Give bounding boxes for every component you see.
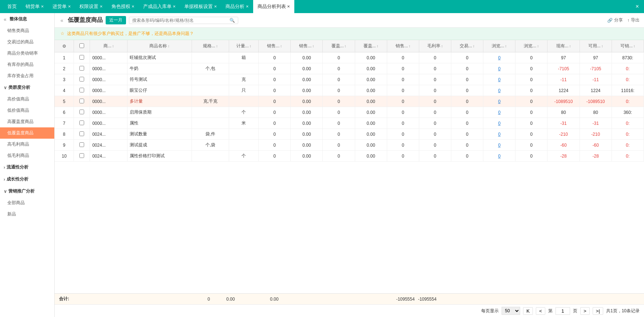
nav-sales[interactable]: 销货单 ×	[21, 0, 48, 13]
per-page-select[interactable]: 102050100	[502, 307, 520, 315]
sidebar-item-high-coverage[interactable]: 高覆盖度商品	[0, 116, 54, 127]
row-checkbox[interactable]	[74, 140, 90, 151]
data-table-container[interactable]: ⚙ 商...↕ 商品名称↕ 规格...↕ 计量...↕ 销售...↕ 销售...…	[55, 40, 644, 293]
nav-home[interactable]: 首页	[3, 0, 21, 13]
spec-column-header[interactable]: 规格...↕	[192, 40, 229, 52]
collapse-sidebar-icon[interactable]: «	[4, 16, 7, 22]
sidebar-item-low-value[interactable]: 低价值商品	[0, 105, 54, 116]
browse1-link[interactable]: 0	[498, 55, 500, 60]
nav-product-analysis-list[interactable]: 商品分析列表 ×	[253, 0, 294, 13]
first-page-button[interactable]: K	[523, 307, 533, 315]
sale-column-header[interactable]: 可销...↕	[612, 40, 644, 52]
sidebar-section-overall[interactable]: « 整体信息	[0, 13, 54, 25]
row-name[interactable]: 符号测试	[127, 74, 192, 85]
row-select-checkbox[interactable]	[79, 153, 84, 158]
row-b1[interactable]: 0	[483, 85, 515, 96]
browse1-column-header[interactable]: 浏览...↕	[483, 40, 515, 52]
nav-products-in[interactable]: 产成品入库单 ×	[139, 0, 180, 13]
last-page-button[interactable]: >|	[593, 307, 603, 315]
row-name[interactable]: 测试提成	[127, 140, 192, 151]
current-page-input[interactable]	[555, 307, 570, 315]
sidebar-collapse-button[interactable]: «	[59, 17, 65, 24]
row-name[interactable]: 牛奶	[127, 63, 192, 74]
row-b1[interactable]: 0	[483, 107, 515, 118]
row-name[interactable]: 眼宝公仔	[127, 85, 192, 96]
browse1-link[interactable]: 0	[498, 121, 500, 126]
unit-column-header[interactable]: 计量...↕	[229, 40, 259, 52]
browse1-link[interactable]: 0	[498, 132, 500, 137]
row-checkbox[interactable]	[74, 107, 90, 118]
sidebar-item-sales-products[interactable]: 销售类商品	[0, 25, 54, 36]
browse1-link[interactable]: 0	[498, 99, 500, 104]
row-select-checkbox[interactable]	[79, 55, 84, 60]
search-input[interactable]	[132, 18, 229, 23]
row-name[interactable]: 启用保质期	[127, 107, 192, 118]
gross-column-header[interactable]: 毛利率↕	[419, 40, 451, 52]
row-select-checkbox[interactable]	[79, 88, 84, 92]
sidebar-section-marketing[interactable]: ∨ 营销推广分析	[0, 185, 54, 197]
row-checkbox[interactable]	[74, 63, 90, 74]
row-select-checkbox[interactable]	[79, 142, 84, 147]
browse2-column-header[interactable]: 浏览...↕	[515, 40, 547, 52]
browse1-link[interactable]: 0	[498, 66, 500, 71]
name-column-header[interactable]: 商品名称↕	[127, 40, 192, 52]
row-name[interactable]: 旺辅批次测试	[127, 52, 192, 63]
browse1-link[interactable]: 0	[498, 88, 500, 93]
export-button[interactable]: ↑ 导出	[627, 17, 640, 23]
row-select-checkbox[interactable]	[79, 110, 84, 114]
sidebar-item-stocked-products[interactable]: 有库存的商品	[0, 59, 54, 70]
browse1-link[interactable]: 0	[498, 77, 500, 82]
row-name[interactable]: 测试数量	[127, 129, 192, 140]
sidebar-item-all-products[interactable]: 全部商品	[0, 197, 54, 209]
next-page-button[interactable]: >	[580, 307, 590, 315]
row-b1[interactable]: 0	[483, 74, 515, 85]
row-select-checkbox[interactable]	[79, 120, 84, 125]
sidebar-item-inventory-fund[interactable]: 库存资金占用	[0, 70, 54, 82]
row-b1[interactable]: 0	[483, 52, 515, 63]
row-checkbox[interactable]	[74, 52, 90, 63]
trade-column-header[interactable]: 交易...↕	[451, 40, 483, 52]
sidebar-item-low-margin[interactable]: 低毛利商品	[0, 150, 54, 161]
row-select-checkbox[interactable]	[79, 66, 84, 71]
row-checkbox[interactable]	[74, 151, 90, 162]
sidebar-item-traded-products[interactable]: 交易过的商品	[0, 36, 54, 48]
time-filter-button[interactable]: 近一月	[106, 16, 126, 24]
sidebar-item-high-value[interactable]: 高价值商品	[0, 94, 54, 105]
row-b1[interactable]: 0	[483, 96, 515, 107]
share-button[interactable]: 🔗 分享	[607, 17, 623, 23]
nav-product-analysis[interactable]: 商品分析 ×	[221, 0, 253, 13]
cover1-column-header[interactable]: 覆盖...↕	[323, 40, 355, 52]
row-checkbox[interactable]	[74, 118, 90, 129]
nav-roles[interactable]: 角色授权 ×	[107, 0, 139, 13]
row-checkbox[interactable]	[74, 129, 90, 140]
sidebar-item-category-rate[interactable]: 商品分类动销率	[0, 48, 54, 59]
row-checkbox[interactable]	[74, 96, 90, 107]
sidebar-item-new-products[interactable]: 新品	[0, 209, 54, 220]
sales1-column-header[interactable]: 销售...↕	[259, 40, 291, 52]
cur-column-header[interactable]: 现有...↕	[547, 40, 580, 52]
row-b1[interactable]: 0	[483, 118, 515, 129]
sidebar-item-high-margin[interactable]: 高毛利商品	[0, 139, 54, 150]
row-select-checkbox[interactable]	[79, 77, 84, 82]
settings-icon[interactable]: ⚙	[62, 44, 66, 49]
nav-purchase[interactable]: 进货单 ×	[48, 0, 75, 13]
sales3-column-header[interactable]: 销售...↕	[387, 40, 419, 52]
browse1-link[interactable]: 0	[498, 143, 500, 148]
row-select-checkbox[interactable]	[79, 99, 84, 103]
browse1-link[interactable]: 0	[498, 110, 500, 115]
row-b1[interactable]: 0	[483, 140, 515, 151]
settings-column-header[interactable]: ⚙	[55, 40, 74, 52]
sidebar-section-group-analysis[interactable]: ∨ 类群度分析	[0, 82, 54, 94]
cover2-column-header[interactable]: 覆盖...↕	[355, 40, 387, 52]
row-select-checkbox[interactable]	[79, 131, 84, 136]
prev-page-button[interactable]: <	[536, 307, 545, 315]
row-name[interactable]: 多计量	[127, 96, 192, 107]
nav-template-settings[interactable]: 单据模板设置 ×	[180, 0, 221, 13]
window-close-button[interactable]: ×	[633, 3, 641, 10]
browse1-link[interactable]: 0	[498, 154, 500, 159]
sidebar-item-low-coverage[interactable]: 低覆盖度商品	[0, 127, 54, 139]
row-b1[interactable]: 0	[483, 129, 515, 140]
select-all-checkbox[interactable]	[79, 43, 84, 48]
sidebar-section-circulation[interactable]: › 流通性分析	[0, 161, 54, 173]
row-b1[interactable]: 0	[483, 63, 515, 74]
